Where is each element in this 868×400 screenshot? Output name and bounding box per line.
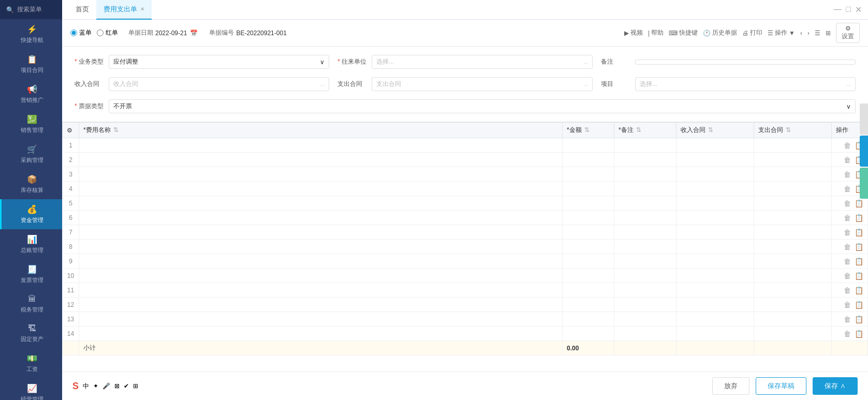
row-amount[interactable]	[563, 269, 614, 283]
sidebar-item-marketing[interactable]: 📢 营销推广	[0, 79, 62, 109]
video-action[interactable]: ▶ 视频	[624, 28, 643, 37]
nav-prev[interactable]: ‹	[800, 29, 802, 37]
calendar-icon[interactable]: 📅	[190, 29, 198, 37]
row-amount[interactable]	[563, 167, 614, 182]
invoice-type-input[interactable]: 不开票 ∨	[109, 99, 856, 113]
row-expense-name[interactable]	[79, 196, 563, 211]
right-tab-1[interactable]	[860, 103, 868, 135]
row-delete-icon[interactable]: 🗑	[844, 272, 851, 280]
sidebar-item-capital[interactable]: 💰 资金管理	[0, 199, 62, 229]
tab-expense[interactable]: 费用支出单✕	[96, 0, 152, 20]
row-expense-name[interactable]	[79, 327, 563, 341]
row-income-contract[interactable]	[676, 225, 754, 240]
row-expense-name[interactable]	[79, 283, 563, 298]
row-income-contract[interactable]	[676, 254, 754, 269]
row-delete-icon[interactable]: 🗑	[844, 330, 851, 338]
row-copy-icon[interactable]: 📋	[855, 301, 863, 309]
remark-input[interactable]	[635, 60, 856, 65]
row-expense-contract[interactable]	[754, 298, 832, 312]
row-amount[interactable]	[563, 312, 614, 327]
view-grid-icon[interactable]: ⊞	[826, 29, 831, 37]
row-expense-name[interactable]	[79, 240, 563, 254]
sort-icon-income[interactable]: ⇅	[708, 126, 713, 134]
date-value[interactable]: 2022-09-21	[155, 29, 187, 37]
row-delete-icon[interactable]: 🗑	[844, 156, 851, 164]
right-tab-2[interactable]	[860, 136, 868, 167]
footer-icon-2[interactable]: ✦	[93, 382, 98, 390]
row-expense-contract[interactable]	[754, 312, 832, 327]
row-copy-icon[interactable]: 📋	[855, 315, 863, 323]
tab-close-expense[interactable]: ✕	[140, 6, 144, 12]
row-delete-icon[interactable]: 🗑	[844, 228, 851, 236]
row-expense-contract[interactable]	[754, 225, 832, 240]
row-expense-name[interactable]	[79, 269, 563, 283]
row-expense-name[interactable]	[79, 182, 563, 196]
row-delete-icon[interactable]: 🗑	[844, 286, 851, 294]
sidebar-search[interactable]: 🔍 搜索菜单	[0, 0, 62, 19]
close-button[interactable]: ✕	[855, 5, 862, 14]
minimize-button[interactable]: —	[833, 5, 842, 14]
sidebar-item-salary[interactable]: 💵 工资	[0, 348, 62, 378]
print-action[interactable]: 🖨 打印	[742, 28, 762, 37]
row-copy-icon[interactable]: 📋	[855, 243, 863, 251]
row-remark[interactable]	[614, 211, 676, 225]
project-input[interactable]: 选择... ...	[635, 77, 856, 91]
row-income-contract[interactable]	[676, 269, 754, 283]
row-copy-icon[interactable]: 📋	[855, 286, 863, 294]
history-action[interactable]: 🕐 历史单据	[703, 28, 737, 37]
row-expense-contract[interactable]	[754, 196, 832, 211]
row-expense-contract[interactable]	[754, 269, 832, 283]
sidebar-item-inventory[interactable]: 📦 库存核算	[0, 169, 62, 199]
save-draft-button[interactable]: 保存草稿	[756, 377, 806, 395]
row-amount[interactable]	[563, 153, 614, 167]
row-expense-contract[interactable]	[754, 240, 832, 254]
sort-icon-expense[interactable]: ⇅	[113, 126, 119, 134]
sidebar-item-quick-nav[interactable]: ⚡ 快捷导航	[0, 19, 62, 49]
row-income-contract[interactable]	[676, 283, 754, 298]
tab-home[interactable]: 首页	[68, 0, 96, 20]
row-delete-icon[interactable]: 🗑	[844, 199, 851, 208]
sort-icon-expense-contract[interactable]: ⇅	[786, 126, 791, 134]
row-expense-contract[interactable]	[754, 182, 832, 196]
row-income-contract[interactable]	[676, 196, 754, 211]
right-tab-3[interactable]	[860, 168, 868, 199]
row-copy-icon[interactable]: 📋	[855, 228, 863, 236]
sidebar-item-tax[interactable]: 🏛 税务管理	[0, 289, 62, 319]
row-remark[interactable]	[614, 283, 676, 298]
row-copy-icon[interactable]: 📋	[855, 330, 863, 338]
sort-icon-amount[interactable]: ⇅	[584, 126, 590, 134]
sidebar-item-invoice[interactable]: 🧾 发票管理	[0, 259, 62, 289]
row-copy-icon[interactable]: 📋	[855, 214, 863, 222]
row-expense-contract[interactable]	[754, 153, 832, 167]
partner-input[interactable]: 选择... ...	[372, 55, 592, 69]
row-amount[interactable]	[563, 138, 614, 153]
row-copy-icon[interactable]: 📋	[855, 257, 863, 265]
sort-icon-remark[interactable]: ⇅	[636, 126, 641, 134]
row-amount[interactable]	[563, 211, 614, 225]
row-delete-icon[interactable]: 🗑	[844, 141, 851, 150]
row-income-contract[interactable]	[676, 327, 754, 341]
row-amount[interactable]	[563, 196, 614, 211]
radio-blue[interactable]: 蓝单	[70, 28, 92, 37]
sidebar-item-operations[interactable]: 📈 经营管理	[0, 378, 62, 400]
row-expense-name[interactable]	[79, 211, 563, 225]
row-expense-name[interactable]	[79, 312, 563, 327]
row-remark[interactable]	[614, 254, 676, 269]
row-expense-contract[interactable]	[754, 167, 832, 182]
row-remark[interactable]	[614, 327, 676, 341]
radio-red[interactable]: 红单	[97, 28, 118, 37]
save-button[interactable]: 保存 ∧	[813, 377, 858, 395]
row-expense-name[interactable]	[79, 167, 563, 182]
footer-icon-3[interactable]: 🎤	[102, 382, 110, 390]
row-expense-contract[interactable]	[754, 211, 832, 225]
row-expense-name[interactable]	[79, 153, 563, 167]
row-copy-icon[interactable]: 📋	[855, 272, 863, 280]
maximize-button[interactable]: □	[846, 5, 851, 14]
row-delete-icon[interactable]: 🗑	[844, 301, 851, 309]
row-income-contract[interactable]	[676, 138, 754, 153]
row-amount[interactable]	[563, 327, 614, 341]
row-expense-name[interactable]	[79, 254, 563, 269]
row-remark[interactable]	[614, 167, 676, 182]
help-action[interactable]: | 帮助	[648, 28, 664, 37]
row-expense-name[interactable]	[79, 225, 563, 240]
